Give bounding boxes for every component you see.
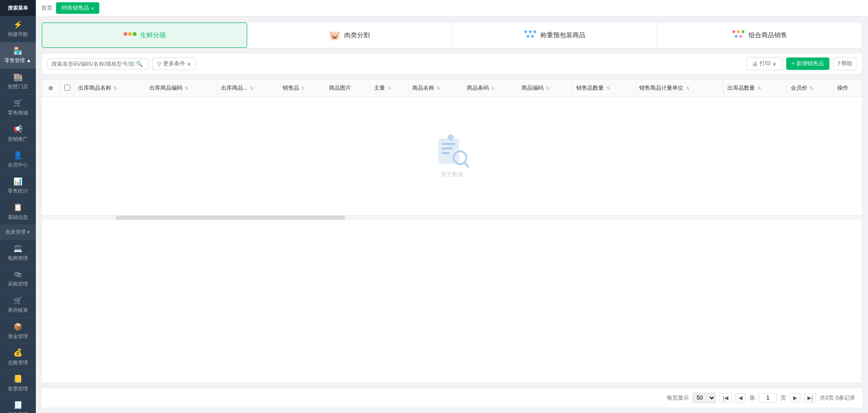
svg-point-2 [133,32,136,36]
pagination-total: 共0页 0条记录 [820,394,855,402]
add-sale-item-button[interactable]: + 新增销售品 [786,57,829,70]
sidebar-item-invoice-mgmt[interactable]: 🧾 税务管理 [0,396,36,413]
inventory-icon: 📦 [13,322,23,332]
filter-button[interactable]: ▽ 更多条件 ∨ [152,57,196,70]
scale-prepack-icon [524,29,537,41]
col-sale-item[interactable]: 销售品 ⇅ [278,80,325,97]
svg-point-7 [531,35,534,38]
print-button[interactable]: 🖨 打印 ∨ [746,57,783,70]
sidebar-item-smart-store[interactable]: 🏬 智慧门店 [0,69,36,95]
svg-point-9 [737,30,740,33]
cat-tab-scale-prepack-label: 称重预包装商品 [540,31,585,40]
page-content: 生鲜分级 🐷 肉类分割 称重预包装商品 [36,17,868,413]
quick-nav-icon: ⚡ [13,20,23,30]
mini-ecom-icon: 💻 [13,243,23,253]
pagination-first-btn[interactable]: |◀ [720,393,732,402]
sidebar-item-mini-ecom[interactable]: 💻 电商管理 [0,240,36,266]
search-input[interactable] [51,61,134,67]
select-all-checkbox[interactable] [64,85,70,91]
cat-tab-fresh-grade[interactable]: 生鲜分级 [42,23,247,48]
horizontal-scrollbar[interactable] [42,215,862,220]
svg-point-8 [732,30,735,33]
col-settings[interactable]: ⚙ [42,80,60,97]
per-page-select[interactable]: 50 10 20 100 [692,393,716,403]
purchase-mgmt-icon: 🛒 [13,296,23,306]
topbar-tab-close[interactable]: × [91,6,94,11]
pagination-page-label: 第 [749,394,755,402]
col-outbound-name[interactable]: 出库商品名称 ⇅ [74,80,146,97]
sidebar-item-retail-mall[interactable]: 🛒 零售商城 [0,94,36,120]
col-outbound-spec[interactable]: 出库商品... ⇅ [217,80,278,97]
print-arrow-icon: ∨ [772,61,777,67]
main-content: 首页 特殊销售品 × 生鲜分级 🐷 肉类分 [36,0,868,413]
svg-point-12 [739,35,742,38]
data-table: ⚙ 出库商品名称 ⇅ 出库商品编码 ⇅ 出库商品... ⇅ 销售品 ⇅ 商品图片… [41,79,862,383]
help-button[interactable]: ? 帮助 [833,57,857,70]
svg-rect-15 [442,148,453,149]
col-product-code[interactable]: 商品编码 ⇅ [518,80,573,97]
basic-info-icon: 📋 [13,202,23,212]
sales-promo-icon: 📢 [13,124,23,134]
pagination-page-input[interactable] [759,393,777,402]
svg-point-19 [448,134,454,141]
retail-mall-icon: 🛒 [13,98,23,108]
pagination-prev-btn[interactable]: ◀ [735,393,746,402]
col-outbound-qty[interactable]: 出库品数量 ⇅ [724,80,787,97]
table-header-row: ⚙ 出库商品名称 ⇅ 出库商品编码 ⇅ 出库商品... ⇅ 销售品 ⇅ 商品图片… [42,80,862,97]
col-checkbox[interactable] [60,80,74,97]
svg-point-10 [742,30,744,33]
topbar-home[interactable]: 首页 [41,4,52,12]
pagination-last-btn[interactable]: ▶| [804,393,816,402]
cat-tab-meat-cut[interactable]: 🐷 肉类分割 [247,23,452,48]
meat-cut-icon: 🐷 [329,30,340,41]
pagination-next-btn[interactable]: ▶ [790,393,800,402]
filter-label: 更多条件 [163,60,185,68]
svg-point-11 [735,35,738,38]
search-box[interactable]: 🔍 [47,58,148,69]
col-barcode[interactable]: 商品条码 ⇅ [463,80,518,97]
wholesale-arrow-icon: ▼ [27,230,31,235]
svg-point-6 [527,35,529,38]
sidebar-item-inventory[interactable]: 📦 资金管理 [0,318,36,344]
member-center-icon: 👤 [13,150,23,161]
col-member-price[interactable]: 会员价 ⇅ [787,80,833,97]
finance-mgmt-icon: 💰 [13,348,23,358]
toolbar-right: 🖨 打印 ∨ + 新增销售品 ? 帮助 [746,57,857,70]
sidebar-item-retail-mgmt[interactable]: 🏪 零售管理 ▲ [0,42,36,69]
topbar: 首页 特殊销售品 × [36,0,868,17]
scrollbar-thumb[interactable] [115,216,345,220]
sidebar-item-retail-stats[interactable]: 📊 零售统计 [0,173,36,199]
sidebar-item-ecom-mgmt[interactable]: 🛍 采购管理 [0,266,36,292]
sidebar-item-wholesale-mgmt[interactable]: 批发管理 ▼ [0,225,36,240]
empty-state-illustration [431,134,473,171]
print-label: 打印 [760,60,771,68]
add-sale-item-label: + 新增销售品 [792,60,824,68]
help-icon: ? [837,61,840,67]
sidebar-item-basic-info[interactable]: 📋 基础信息 [0,199,36,225]
svg-point-0 [124,32,127,36]
cat-tab-scale-prepack[interactable]: 称重预包装商品 [453,23,658,48]
cat-tab-fresh-grade-label: 生鲜分级 [140,31,166,40]
sidebar-item-finance-mgmt[interactable]: 💰 总账管理 [0,344,36,370]
cat-tab-meat-cut-label: 肉类分割 [344,31,370,40]
col-sale-qty[interactable]: 销售品数量 ⇅ [573,80,635,97]
retail-mgmt-icon: 🏪 [13,46,23,56]
svg-point-3 [524,30,527,33]
col-outbound-code[interactable]: 出库商品编码 ⇅ [146,80,217,97]
col-product-name[interactable]: 商品名称 ⇅ [408,80,463,97]
svg-line-18 [465,162,468,167]
cat-tab-combo-goods[interactable]: 组合商品销售 [658,23,862,48]
col-sale-unit[interactable]: 销售商品计量单位 ⇅ [635,80,724,97]
sidebar-item-sales-promo[interactable]: 📢 营销推广 [0,120,36,147]
topbar-active-tab[interactable]: 特殊销售品 × [56,2,99,14]
sidebar-logo[interactable]: 搜索菜单 [0,0,36,16]
search-icon: 🔍 [136,61,143,67]
col-action: 操作 [833,80,862,97]
sidebar-item-member-center[interactable]: 👤 会员中心 [0,147,36,173]
col-weight[interactable]: 主量 ⇅ [370,80,408,97]
sidebar-item-quick-nav[interactable]: ⚡ 快捷导航 [0,16,36,42]
sidebar-item-ledger-mgmt[interactable]: 📒 发票管理 [0,370,36,396]
sidebar-item-purchase-mgmt[interactable]: 🛒 库存核算 [0,292,36,318]
filter-arrow-icon: ∨ [187,61,191,67]
pagination: 每页显示 50 10 20 100 |◀ ◀ 第 页 ▶ ▶| 共0页 0条记录 [41,388,862,407]
